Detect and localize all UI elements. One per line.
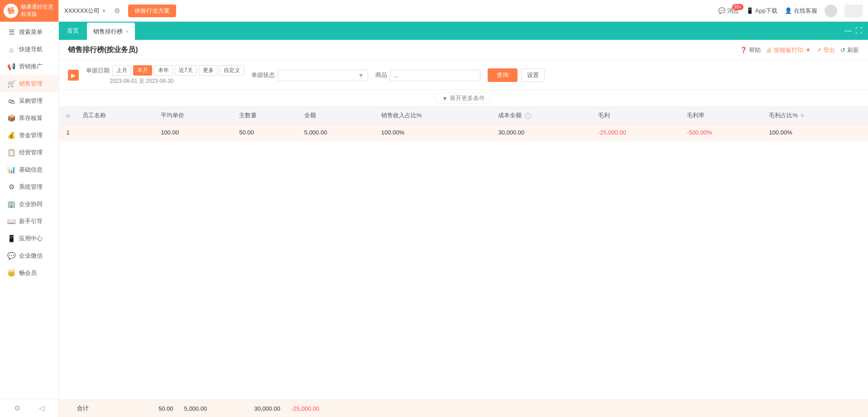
app-download-btn[interactable]: 📱 App下载 <box>746 7 777 15</box>
goods-label: 商品 <box>375 71 387 79</box>
operations-icon: 📋 <box>7 149 15 157</box>
cell-avg-price: 100.00 <box>155 125 234 141</box>
th-sales-pct[interactable]: 销售收入占比% <box>376 107 493 125</box>
page-header: 销售排行榜(按业务员) ❓ 帮助 🖨 按模板打印 ▼ ↗ 导出 ↺ 刷新 <box>59 40 868 61</box>
cost-info-icon[interactable]: i <box>525 113 531 119</box>
funds-icon: 💰 <box>7 131 15 139</box>
sidebar-item-purchase[interactable]: 🛍 采购管理 <box>0 92 58 110</box>
tab-maximize-icon[interactable]: ⛶ <box>855 27 863 35</box>
online-service-btn[interactable]: 👤 在线客服 <box>785 7 817 15</box>
status-filter-group: 单据状态 ▼ <box>251 70 368 81</box>
filter-toggle-btn[interactable]: ▶ <box>68 70 79 81</box>
th-gross-pct[interactable]: 毛利占比% ⇅ <box>763 107 868 125</box>
topbar-gear-btn[interactable]: ⚙ <box>111 5 124 17</box>
purchase-icon: 🛍 <box>7 97 15 105</box>
date-btn-this-month[interactable]: 本月 <box>133 65 152 76</box>
sidebar-item-app-center[interactable]: 📱 应用中心 <box>0 230 58 247</box>
page-actions: ❓ 帮助 🖨 按模板打印 ▼ ↗ 导出 ↺ 刷新 <box>740 46 859 60</box>
cell-sales-pct: 100.00% <box>376 125 493 141</box>
date-btn-this-year[interactable]: 本年 <box>154 65 173 76</box>
settings-btn[interactable]: 设置 <box>521 68 545 82</box>
status-label: 单据状态 <box>251 71 275 79</box>
goods-dots: ... <box>394 72 399 79</box>
tab-sales-ranking[interactable]: 销售排行榜 × <box>87 23 135 41</box>
sidebar-item-basics[interactable]: 📊 基础信息 <box>0 161 58 178</box>
topbar-right: 💬 消息 99+ 📱 App下载 👤 在线客服 <box>718 5 863 17</box>
date-btn-more[interactable]: 更多 <box>199 65 218 76</box>
beginner-icon: 📖 <box>7 217 15 225</box>
footer-qty: 50.00 <box>153 405 179 412</box>
sidebar-item-operations[interactable]: 📋 经营管理 <box>0 144 58 161</box>
inventory-icon: 📦 <box>7 114 15 122</box>
avatar[interactable] <box>825 5 837 17</box>
star-icon: ☆ <box>65 112 71 119</box>
table-wrapper: ☆ 员工名称 平均单价 主数量 全额 <box>59 107 868 399</box>
sidebar-item-funds[interactable]: 💰 资金管理 <box>0 127 58 144</box>
export-btn[interactable]: ↗ 导出 <box>816 46 835 54</box>
th-amount[interactable]: 全额 <box>299 107 376 125</box>
sidebar-item-system[interactable]: ⚙ 系统管理 <box>0 178 58 196</box>
sidebar-bottom: ⚙ ◁ <box>0 399 58 417</box>
expand-btn[interactable]: ▼ 展开更多条件 <box>435 93 492 104</box>
tabbar-actions: — ⛶ <box>844 27 868 35</box>
sidebar-item-enterprise-wechat[interactable]: 💬 企业微信 <box>0 247 58 264</box>
th-avg-price[interactable]: 平均单价 <box>155 107 234 125</box>
th-rank: ☆ <box>59 107 77 125</box>
main-area: XXXXXX公司 ▼ ⚙ 体验行业方案 💬 消息 99+ 📱 App下载 👤 在… <box>59 0 868 417</box>
data-table: ☆ 员工名称 平均单价 主数量 全额 <box>59 107 868 141</box>
tab-minimize-icon[interactable]: — <box>844 27 852 35</box>
th-gross-rate[interactable]: 毛利率 <box>681 107 763 125</box>
sidebar-item-member[interactable]: 👑 畅会员 <box>0 264 58 282</box>
trial-btn[interactable]: 体验行业方案 <box>128 5 176 17</box>
sidebar-item-quick-nav[interactable]: ⌂ 快捷导航 <box>0 41 58 58</box>
status-select[interactable]: ▼ <box>278 70 368 81</box>
topbar: XXXXXX公司 ▼ ⚙ 体验行业方案 💬 消息 99+ 📱 App下载 👤 在… <box>59 0 868 22</box>
sort-icon: ⇅ <box>801 113 804 118</box>
help-btn[interactable]: ❓ 帮助 <box>740 46 761 54</box>
print-btn[interactable]: 🖨 按模板打印 ▼ <box>766 46 811 54</box>
sidebar-item-inventory[interactable]: 📦 库存核算 <box>0 110 58 127</box>
th-qty[interactable]: 主数量 <box>234 107 299 125</box>
gear-icon: ⚙ <box>114 7 120 15</box>
date-btn-custom[interactable]: 自定义 <box>220 65 244 76</box>
table-header-row: ☆ 员工名称 平均单价 主数量 全额 <box>59 107 868 125</box>
sidebar-nav: ☰ 搜索菜单 ⌂ 快捷导航 📢 营销推广 🛒 销售管理 🛍 采购管理 📦 库存核… <box>0 22 58 399</box>
wechat-icon: 💬 <box>7 252 15 260</box>
logo-icon: 畅 <box>4 4 18 18</box>
cell-amount: 5,000.00 <box>299 125 376 141</box>
app-download-label: App下载 <box>755 7 777 15</box>
system-icon: ⚙ <box>7 183 15 191</box>
logo-text: 畅康通好生意 标准版 <box>21 4 53 18</box>
sidebar-item-marketing[interactable]: 📢 营销推广 <box>0 58 58 75</box>
tab-close-icon[interactable]: × <box>125 29 129 35</box>
tab-label: 销售排行榜 <box>93 28 123 36</box>
date-btn-last-7days[interactable]: 近7天 <box>175 65 197 76</box>
sidebar-item-collab[interactable]: 🏢 企业协同 <box>0 196 58 213</box>
query-btn[interactable]: 查询 <box>488 68 518 82</box>
expand-arrow-icon: ▼ <box>442 95 448 102</box>
refresh-btn[interactable]: ↺ 刷新 <box>840 46 859 54</box>
th-name[interactable]: 员工名称 <box>77 107 155 125</box>
sidebar-item-sales[interactable]: 🛒 销售管理 <box>0 75 58 92</box>
goods-filter-group: 商品 ... <box>375 70 480 81</box>
sidebar-item-search[interactable]: ☰ 搜索菜单 <box>0 24 58 41</box>
th-cost[interactable]: 成本全额 i <box>493 107 592 125</box>
sales-icon: 🛒 <box>7 80 15 88</box>
th-gross[interactable]: 毛利 <box>593 107 681 125</box>
sidebar-settings-btn[interactable]: ⚙ <box>14 404 20 412</box>
message-btn[interactable]: 💬 消息 99+ <box>718 7 739 15</box>
date-range-text: 2023-06-01 至 2023-06-30 <box>110 77 244 85</box>
sidebar-item-beginner[interactable]: 📖 新手引导 <box>0 213 58 230</box>
tabbar: 首页 销售排行榜 × — ⛶ <box>59 22 868 40</box>
print-icon: 🖨 <box>766 47 772 53</box>
basics-icon: 📊 <box>7 166 15 174</box>
export-icon: ↗ <box>816 47 821 53</box>
refresh-icon: ↺ <box>840 47 845 53</box>
date-btn-last-month[interactable]: 上月 <box>112 65 131 76</box>
company-selector[interactable]: XXXXXX公司 ▼ <box>64 7 106 15</box>
goods-input[interactable]: ... <box>390 70 480 81</box>
sidebar-collapse-btn[interactable]: ◁ <box>39 404 44 412</box>
cell-rank: 1 <box>59 125 77 141</box>
tab-home[interactable]: 首页 <box>59 22 87 40</box>
home-icon: ⌂ <box>7 46 15 53</box>
